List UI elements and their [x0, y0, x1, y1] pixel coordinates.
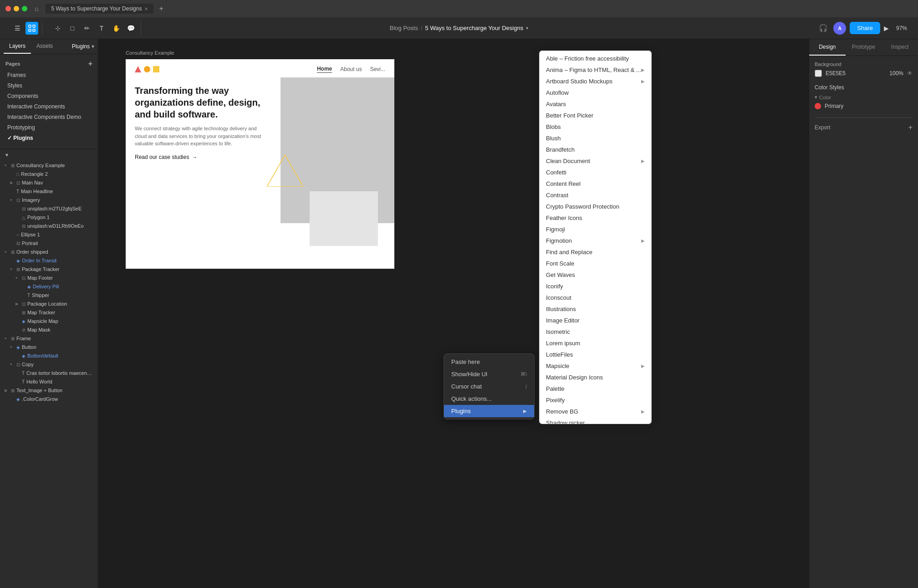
- layer-ellipse1[interactable]: ○ Ellipse 1: [1, 230, 97, 239]
- plugin-isometric[interactable]: Isometric: [540, 326, 651, 337]
- plugin-figmotion[interactable]: Figmotion ▶: [540, 235, 651, 246]
- plugin-brandfetch[interactable]: Brandfetch: [540, 144, 651, 155]
- color-swatch-primary[interactable]: [815, 103, 821, 109]
- plugin-lorem-ipsum[interactable]: Lorem ipsum: [540, 337, 651, 349]
- layer-imagery[interactable]: ▾ ⊡ Imagery: [1, 196, 97, 204]
- layer-text-hello-world[interactable]: T Hello World: [1, 378, 97, 386]
- plugin-image-editor[interactable]: Image Editor: [540, 315, 651, 326]
- plugin-mapsicle[interactable]: Mapsicle ▶: [540, 360, 651, 372]
- share-button[interactable]: Share: [850, 22, 880, 34]
- comment-tool[interactable]: 💬: [124, 22, 137, 35]
- layer-unsplash2[interactable]: ⊟ unsplash:wD1LRb9OeEo: [1, 222, 97, 230]
- ctx-show-hide-ui[interactable]: Show/Hide UI ⌘\: [444, 368, 534, 380]
- ctx-plugins[interactable]: Plugins ▶: [444, 405, 534, 417]
- layer-portrait[interactable]: ⊟ Portrait: [1, 239, 97, 247]
- plugin-material-design-icons[interactable]: Material Design Icons: [540, 372, 651, 383]
- fullscreen-button[interactable]: [22, 6, 27, 11]
- plugin-better-font-picker[interactable]: Better Font Picker: [540, 110, 651, 121]
- page-styles[interactable]: Styles: [2, 81, 96, 91]
- ctx-cursor-chat[interactable]: Cursor chat /: [444, 380, 534, 393]
- plugin-find-replace[interactable]: Find and Replace: [540, 246, 651, 258]
- layer-delivery-pill[interactable]: ◈ Delivery Pill: [1, 282, 97, 291]
- home-icon[interactable]: ⌂: [35, 5, 38, 12]
- background-opacity[interactable]: 100%: [889, 70, 903, 77]
- plugin-feather-icons[interactable]: Feather Icons: [540, 212, 651, 224]
- plugin-iconify[interactable]: Iconify: [540, 281, 651, 292]
- text-tool[interactable]: T: [95, 22, 108, 35]
- layer-mapsicle-map[interactable]: ◈ Mapsicle Map: [1, 317, 97, 325]
- layer-button[interactable]: ▾ ◈ Button: [1, 343, 97, 351]
- layer-map-footer[interactable]: ▾ ⊡ Map Footer: [1, 274, 97, 282]
- layer-colorcardgrow[interactable]: ◈ .ColorCardGrow: [1, 395, 97, 403]
- tab-assets[interactable]: Assets: [31, 39, 58, 54]
- layers-scroll[interactable]: Pages + Frames Styles Components Interac…: [0, 54, 98, 588]
- plugin-shadow-picker[interactable]: Shadow picker: [540, 417, 651, 424]
- layers-toggle[interactable]: ▾: [5, 152, 8, 158]
- layer-consultancy-example[interactable]: ▾ ⊞ Consultancy Example: [1, 161, 97, 169]
- active-tab[interactable]: 5 Ways to Supercharge Your Designs ✕: [46, 4, 153, 14]
- zoom-percent[interactable]: 97%: [892, 23, 911, 33]
- plugin-lottiefiles[interactable]: LottieFiles: [540, 349, 651, 360]
- plugin-blush[interactable]: Blush: [540, 133, 651, 144]
- layer-copy[interactable]: ▾ ⊡ Copy: [1, 360, 97, 368]
- breadcrumb-current[interactable]: 5 Ways to Supercharge Your Designs: [425, 25, 524, 31]
- plugin-artboard[interactable]: Artboard Studio Mockups ▶: [540, 76, 651, 87]
- layer-frame[interactable]: ▾ ⊞ Frame: [1, 334, 97, 343]
- plugin-font-scale[interactable]: Font Scale: [540, 258, 651, 269]
- layer-order-in-transit[interactable]: ◈ Order In Transit: [1, 256, 97, 265]
- new-tab-button[interactable]: +: [159, 5, 163, 13]
- plugin-autoflow[interactable]: Autoflow: [540, 87, 651, 98]
- plugin-able[interactable]: Able – Friction free accessibility: [540, 53, 651, 64]
- plugin-confetti[interactable]: Confetti: [540, 167, 651, 178]
- shape-tool[interactable]: □: [66, 22, 79, 35]
- plugin-anima[interactable]: Anima – Figma to HTML, React & ... ▶: [540, 64, 651, 76]
- layer-unsplash1[interactable]: ⊟ unsplash:m2TU2gfqSeE: [1, 205, 97, 213]
- layer-rectangle2[interactable]: □ Rectangle 2: [1, 170, 97, 178]
- read-more-link[interactable]: Read our case studies →: [135, 154, 276, 160]
- layer-main-headline[interactable]: T Main Headline: [1, 187, 97, 195]
- tab-prototype[interactable]: Prototype: [846, 39, 882, 56]
- visibility-toggle-icon[interactable]: 👁: [907, 70, 913, 77]
- plugin-contrast[interactable]: Contrast: [540, 189, 651, 201]
- plugin-content-reel[interactable]: Content Reel: [540, 178, 651, 189]
- plugins-dropdown-icon[interactable]: ▾: [92, 43, 94, 50]
- layer-text-image-button[interactable]: ▶ ⊞ Text_Image + Button: [1, 386, 97, 394]
- plugin-get-waves[interactable]: Get Waves: [540, 269, 651, 281]
- play-button[interactable]: ▶: [884, 25, 889, 32]
- background-color-swatch[interactable]: [815, 70, 822, 77]
- breadcrumb-parent[interactable]: Blog Posts: [390, 25, 418, 31]
- hand-tool[interactable]: ✋: [110, 22, 122, 35]
- plugin-avatars[interactable]: Avatars: [540, 98, 651, 110]
- layer-shipper[interactable]: T Shipper: [1, 291, 97, 299]
- move-tool[interactable]: ☰: [11, 22, 24, 35]
- plugin-illustrations[interactable]: Illustrations: [540, 303, 651, 315]
- layer-map-tracker[interactable]: ⊞ Map Tracker: [1, 308, 97, 317]
- plugin-crypto-password[interactable]: Crypto Password Protection: [540, 201, 651, 212]
- plugin-pixelify[interactable]: Pixelify: [540, 394, 651, 406]
- plugin-palette[interactable]: Palette: [540, 383, 651, 394]
- tab-layers[interactable]: Layers: [4, 39, 31, 54]
- close-button[interactable]: [5, 6, 11, 11]
- tab-close-icon[interactable]: ✕: [144, 6, 148, 11]
- tab-inspect[interactable]: Inspect: [882, 39, 918, 56]
- page-prototyping[interactable]: Prototyping: [2, 123, 96, 133]
- layer-map-mask[interactable]: ⊘ Map Mask: [1, 326, 97, 334]
- page-plugins[interactable]: ✓ Plugins: [2, 133, 96, 143]
- page-components[interactable]: Components: [2, 91, 96, 101]
- avatar[interactable]: A: [833, 22, 846, 35]
- layer-order-shipped[interactable]: ▾ ⊞ Order shipped: [1, 248, 97, 256]
- plugin-clean-document[interactable]: Clean Document ▶: [540, 155, 651, 167]
- canvas[interactable]: Consultancy Example Home About us Sevi..…: [98, 39, 809, 588]
- background-hex-value[interactable]: E5E5E5: [826, 70, 886, 77]
- tab-design[interactable]: Design: [809, 39, 846, 56]
- layer-text-cras[interactable]: T Cras tortor lobortis maecenas id nec a…: [1, 369, 97, 377]
- plugin-remove-bg[interactable]: Remove BG ▶: [540, 406, 651, 417]
- plugins-label[interactable]: Plugins: [72, 43, 90, 50]
- minimize-button[interactable]: [14, 6, 19, 11]
- plugin-blobs[interactable]: Blobs: [540, 121, 651, 133]
- headphone-icon[interactable]: 🎧: [817, 22, 830, 34]
- add-page-button[interactable]: +: [88, 60, 92, 68]
- ctx-quick-actions[interactable]: Quick actions...: [444, 393, 534, 405]
- pen-tool[interactable]: ✏: [81, 22, 93, 35]
- layer-package-location[interactable]: ▶ ⊡ Package Location: [1, 300, 97, 308]
